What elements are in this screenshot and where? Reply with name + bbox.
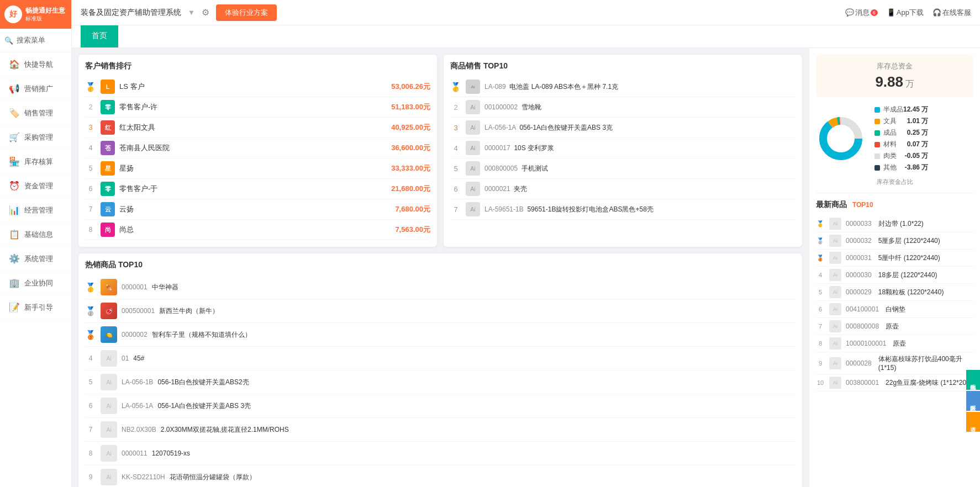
- list-item: 🥇 🍖 0000001 中华神器: [85, 276, 795, 299]
- nav-quicknav[interactable]: 🏠 快捷导航: [0, 52, 71, 77]
- product-img: Ai: [829, 320, 841, 332]
- sales-icon: 🏷️: [9, 108, 20, 118]
- product-sales-card: 商品销售 TOP10 🥇 Ai LA-089 电池盖 LA-089 ABS本色＋…: [444, 55, 802, 247]
- rank-badge: 零: [101, 182, 115, 196]
- nav-finance[interactable]: ⏰ 资金管理: [0, 174, 71, 198]
- list-item: 8 尚 尚总 7,563.00元: [85, 220, 430, 240]
- legend-item: 其他 -3.86 万: [874, 162, 928, 173]
- product-img: Ai: [829, 377, 841, 389]
- content-area: 客户销售排行 🥇 L LS 客户 53,006.26元 2 零 零售客户-许: [72, 48, 980, 487]
- product-thumbnail: Ai: [101, 350, 117, 367]
- inventory-label: 库存总资金: [823, 61, 967, 71]
- hot-products-title: 热销商品 TOP10: [85, 260, 795, 270]
- service-hotline-button[interactable]: 客服热线: [966, 370, 980, 390]
- medal-gold-icon: 🥇: [85, 282, 96, 293]
- system-icon: ⚙️: [9, 253, 20, 264]
- enterprise-icon: 🏢: [9, 278, 20, 288]
- nav-marketing[interactable]: 📢 营销推广: [0, 77, 71, 101]
- app-download-section[interactable]: 📱 App下载: [887, 8, 924, 18]
- legend-color-dot: [874, 142, 880, 147]
- sidebar-logo: 好 畅捷通好生意 标准版: [0, 0, 71, 29]
- headset-icon: 🎧: [932, 8, 941, 17]
- nav-purchase[interactable]: 🛒 采购管理: [0, 125, 71, 150]
- product-img: Ai: [466, 141, 480, 155]
- service-community-button[interactable]: 服务社区: [966, 391, 980, 411]
- product-img: Ai: [829, 269, 841, 281]
- rank-badge: L: [101, 80, 115, 94]
- product-img: Ai: [829, 337, 841, 350]
- settings-icon[interactable]: ⚙: [202, 7, 209, 18]
- product-thumbnail: Ai: [101, 445, 117, 462]
- list-item: 3 Ai LA-056-1A 056-1A白色按键开关盖ABS 3克: [450, 118, 795, 138]
- legend-item: 半成品 12.45 万: [874, 104, 928, 115]
- list-item: 7 云 云扬 7,680.00元: [85, 199, 430, 220]
- tab-home[interactable]: 首页: [81, 25, 118, 47]
- product-thumbnail: Ai: [101, 398, 117, 414]
- legend-color-dot: [874, 107, 880, 113]
- list-item: 9 Ai 0000028 体彬嘉枝味苏打饮品400毫升 (1*15): [816, 352, 973, 374]
- list-item: 3 红 红太阳文具 40,925.00元: [85, 118, 430, 138]
- message-icon[interactable]: 💬: [845, 8, 854, 17]
- nav-operations[interactable]: 📊 经营管理: [0, 198, 71, 223]
- list-item: 6 Ai 004100001 白钢垫: [816, 301, 973, 318]
- list-item: 6 零 零售客户-于 21,680.00元: [85, 179, 430, 199]
- service-livestream-button[interactable]: 直播: [966, 412, 980, 432]
- newest-products-list: 🥇 Ai 0000033 封边带 (1.0*22) 🥈 Ai 0000032 5…: [816, 215, 973, 391]
- nav-enterprise[interactable]: 🏢 企业协同: [0, 271, 71, 295]
- medal-gold-icon: 🥇: [85, 82, 96, 92]
- rank-badge: 星: [101, 161, 115, 176]
- rank-badge: 红: [101, 120, 115, 135]
- list-item: 4 Ai 01 45#: [85, 347, 795, 370]
- nav-sales[interactable]: 🏷️ 销售管理: [0, 101, 71, 125]
- nav-system[interactable]: ⚙️ 系统管理: [0, 247, 71, 271]
- product-img: Ai: [829, 286, 841, 298]
- inventory-legend: 半成品 12.45 万 文具 1.01 万: [874, 104, 928, 173]
- customer-ranking-card: 客户销售排行 🥇 L LS 客户 53,006.26元 2 零 零售客户-许: [78, 55, 437, 247]
- rank-badge: 云: [101, 202, 115, 216]
- product-sales-list: 🥇 Ai LA-089 电池盖 LA-089 ABS本色＋黑种 7.1克 2 A…: [450, 77, 795, 220]
- newguide-icon: 📝: [9, 302, 20, 313]
- top-rankings-row: 客户销售排行 🥇 L LS 客户 53,006.26元 2 零 零售客户-许: [78, 55, 802, 247]
- page-tabs: 首页: [72, 25, 980, 48]
- legend-item: 成品 0.25 万: [874, 127, 928, 139]
- search-menu-button[interactable]: 🔍 搜索菜单: [4, 33, 67, 47]
- legend-item: 材料 0.07 万: [874, 139, 928, 150]
- message-section: 💬 消息 6: [845, 8, 878, 18]
- list-item: 7 Ai 000800008 原壶: [816, 318, 973, 335]
- service-buttons: 客服热线 服务社区 直播: [966, 370, 980, 432]
- rank-badge: 零: [101, 100, 115, 114]
- inventory-value-display: 9.88 万: [823, 73, 967, 91]
- dropdown-arrow-icon[interactable]: ▼: [188, 8, 195, 17]
- chart-label: 库存资金占比: [816, 178, 973, 186]
- product-img: Ai: [829, 218, 841, 230]
- sidebar-search-section: 🔍 搜索菜单: [0, 29, 71, 52]
- customer-ranking-title: 客户销售排行: [85, 61, 430, 71]
- list-item: 🥇 Ai 0000033 封边带 (1.0*22): [816, 215, 973, 232]
- phone-icon: 📱: [887, 8, 895, 17]
- logo-icon: 好: [4, 6, 22, 23]
- customer-rank-list: 🥇 L LS 客户 53,006.26元 2 零 零售客户-许 51,183.0…: [85, 77, 430, 240]
- list-item: 4 Ai 0000030 18多层 (1220*2440): [816, 267, 973, 284]
- list-item: 10 Ai 003800001 22g鱼豆腐-烧烤味 (1*12*20): [816, 374, 973, 391]
- left-panels: 客户销售排行 🥇 L LS 客户 53,006.26元 2 零 零售客户-许: [72, 48, 809, 487]
- product-img: Ai: [829, 357, 841, 369]
- operations-icon: 📊: [9, 205, 20, 215]
- online-service-section[interactable]: 🎧 在线客服: [932, 8, 971, 18]
- list-item: 5 Ai 0000029 18颗粒板 (1220*2440): [816, 284, 973, 301]
- nav-basicinfo[interactable]: 📋 基础信息: [0, 223, 71, 247]
- message-badge: 6: [871, 9, 878, 16]
- list-item: 6 Ai 0000021 夹壳: [450, 179, 795, 199]
- nav-inventory[interactable]: 🏪 库存核算: [0, 150, 71, 174]
- finance-icon: ⏰: [9, 181, 20, 191]
- list-item: 2 Ai 001000002 雪地靴: [450, 97, 795, 118]
- list-item: 5 星 星扬 33,333.00元: [85, 158, 430, 179]
- product-img: Ai: [466, 161, 480, 176]
- home-icon: 🏠: [9, 59, 20, 70]
- marketing-icon: 📢: [9, 83, 20, 94]
- rank-badge: 苍: [101, 141, 115, 155]
- trial-button[interactable]: 体验行业方案: [216, 4, 277, 21]
- list-item: 7 Ai NB2.0X30B 2.0X30MM双搓花轴,搓花直径2.1MM/RO…: [85, 418, 795, 442]
- list-item: 8 Ai 0000011 12070519-xs: [85, 442, 795, 465]
- nav-newguide[interactable]: 📝 新手引导: [0, 295, 71, 320]
- search-icon: 🔍: [4, 36, 13, 45]
